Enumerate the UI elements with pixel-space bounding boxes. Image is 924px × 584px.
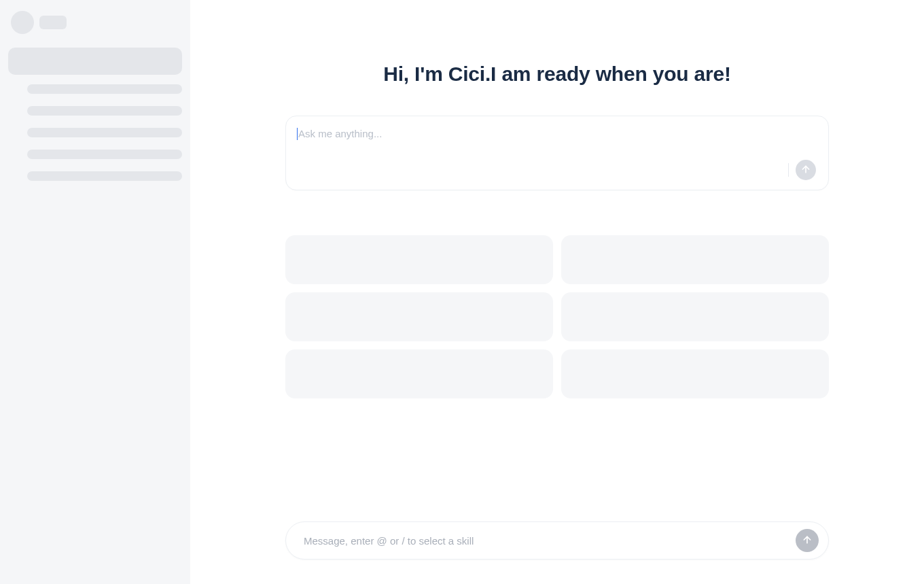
sidebar-line-skeleton xyxy=(27,150,182,159)
message-bar[interactable] xyxy=(285,521,829,560)
ask-box[interactable]: Ask me anything... xyxy=(285,116,829,190)
sidebar-line-skeleton xyxy=(27,84,182,94)
avatar-skeleton xyxy=(11,11,34,34)
sidebar xyxy=(0,0,190,584)
sidebar-line-skeleton xyxy=(27,171,182,181)
suggestion-skeleton[interactable] xyxy=(285,292,553,341)
ask-footer xyxy=(297,160,816,180)
sidebar-line-skeleton xyxy=(27,106,182,116)
suggestion-skeleton[interactable] xyxy=(561,292,829,341)
greeting-heading: Hi, I'm Cici.I am ready when you are! xyxy=(383,63,731,86)
suggestions-grid xyxy=(285,235,829,398)
bottom-send-button[interactable] xyxy=(796,529,819,552)
arrow-up-icon xyxy=(800,164,811,177)
separator xyxy=(788,163,789,177)
name-skeleton xyxy=(39,16,67,29)
suggestion-skeleton[interactable] xyxy=(561,349,829,398)
message-input[interactable] xyxy=(304,535,796,547)
sidebar-line-skeleton xyxy=(27,128,182,137)
text-cursor xyxy=(297,128,298,140)
suggestion-skeleton[interactable] xyxy=(285,235,553,284)
sidebar-item-skeleton xyxy=(8,48,182,75)
sidebar-header xyxy=(8,11,182,34)
ask-placeholder: Ask me anything... xyxy=(298,127,382,141)
main-content: Hi, I'm Cici.I am ready when you are! As… xyxy=(190,0,924,584)
arrow-up-icon xyxy=(802,534,813,547)
send-button[interactable] xyxy=(796,160,816,180)
suggestion-skeleton[interactable] xyxy=(285,349,553,398)
suggestion-skeleton[interactable] xyxy=(561,235,829,284)
ask-input[interactable]: Ask me anything... xyxy=(297,127,816,160)
